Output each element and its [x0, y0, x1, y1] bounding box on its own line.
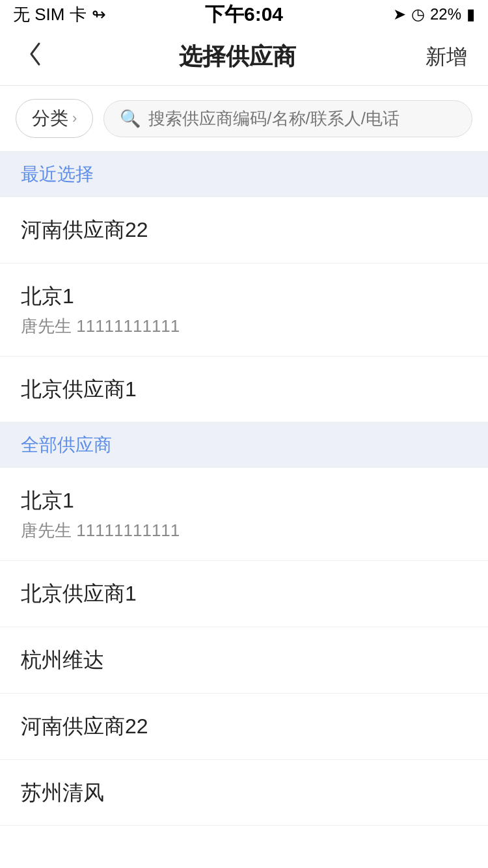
category-label: 分类 — [32, 106, 68, 131]
list-item[interactable]: 北京供应商1 — [0, 561, 488, 627]
list-item[interactable]: 河南供应商22 — [0, 197, 488, 264]
status-left: 无 SIM 卡 ↬ — [13, 3, 106, 26]
item-name: 北京供应商1 — [21, 375, 467, 404]
item-sub: 唐先生 11111111111 — [21, 519, 467, 542]
list-item[interactable]: 杭州维达 — [0, 627, 488, 694]
category-button[interactable]: 分类 › — [16, 99, 93, 138]
item-name: 北京1 — [21, 486, 467, 515]
status-right: ➤ ◷ 22% ▮ — [393, 5, 475, 23]
list-item[interactable]: 苏州清风 — [0, 760, 488, 826]
all-section-header: 全部供应商 — [0, 422, 488, 468]
list-item[interactable]: 北京1 唐先生 11111111111 — [0, 264, 488, 357]
no-sim-label: 无 SIM 卡 — [13, 3, 87, 26]
nav-bar: 选择供应商 新增 — [0, 29, 488, 86]
status-time: 下午6:04 — [205, 1, 283, 28]
recent-section-label: 最近选择 — [21, 164, 94, 184]
location-icon: ➤ — [393, 5, 406, 23]
item-sub: 唐先生 11111111111 — [21, 315, 467, 338]
recent-items-list: 河南供应商22 北京1 唐先生 11111111111 北京供应商1 — [0, 197, 488, 422]
all-section-label: 全部供应商 — [21, 435, 112, 455]
item-name: 北京供应商1 — [21, 579, 467, 608]
search-input[interactable] — [148, 109, 456, 129]
wifi-icon: ↬ — [92, 5, 106, 25]
item-name: 北京1 — [21, 282, 467, 311]
search-box: 🔍 — [103, 100, 472, 137]
item-name: 杭州维达 — [21, 645, 467, 675]
list-item[interactable]: 北京供应商1 — [0, 357, 488, 423]
filter-bar: 分类 › 🔍 — [0, 86, 488, 152]
alarm-icon: ◷ — [411, 5, 425, 23]
add-button[interactable]: 新增 — [426, 43, 467, 72]
battery-icon: ▮ — [467, 5, 475, 23]
search-icon: 🔍 — [120, 109, 141, 129]
battery-percent: 22% — [430, 5, 461, 23]
item-name: 河南供应商22 — [21, 712, 467, 741]
all-items-list: 北京1 唐先生 11111111111 北京供应商1 杭州维达 河南供应商22 … — [0, 468, 488, 826]
status-bar: 无 SIM 卡 ↬ 下午6:04 ➤ ◷ 22% ▮ — [0, 0, 488, 29]
item-name: 河南供应商22 — [21, 215, 467, 245]
list-item[interactable]: 北京1 唐先生 11111111111 — [0, 468, 488, 561]
back-button[interactable] — [21, 34, 49, 79]
list-item[interactable]: 河南供应商22 — [0, 694, 488, 760]
item-name: 苏州清风 — [21, 778, 467, 807]
recent-section-header: 最近选择 — [0, 152, 488, 197]
chevron-right-icon: › — [72, 110, 77, 127]
page-title: 选择供应商 — [179, 41, 296, 73]
